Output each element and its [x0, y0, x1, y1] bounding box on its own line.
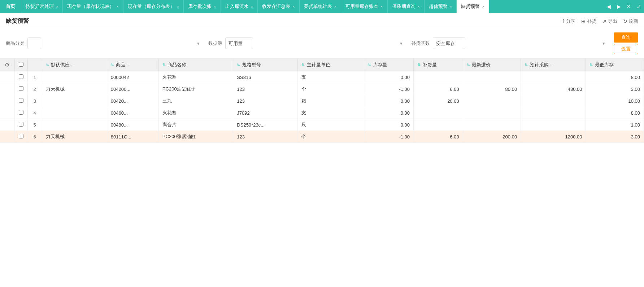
tab-close-all-button[interactable]: ✕ — [624, 0, 634, 13]
cell-checkbox-0 — [14, 71, 27, 83]
cell-settings-0 — [0, 71, 14, 83]
category-filter-group: 商品分类 — [6, 37, 203, 49]
close-tab-available-ledger[interactable]: × — [380, 4, 383, 9]
close-tab-collect-summary[interactable]: × — [292, 4, 295, 9]
replenish-filter-label: 补货基数 — [411, 40, 430, 47]
tab-overstock[interactable]: 超储预警 × — [425, 0, 457, 13]
sort-icon-supplier: ⇅ — [46, 63, 49, 67]
tab-inventory-dist[interactable]: 现存量（库存分布表） × — [123, 0, 184, 13]
th-product-name[interactable]: ⇅ 商品名称 — [158, 59, 233, 71]
cell-checkbox-3 — [14, 107, 27, 119]
row-checkbox-1[interactable] — [19, 86, 23, 91]
datasource-filter-label: 数据源 — [208, 40, 222, 47]
cell-stock-1: -1.00 — [364, 83, 414, 95]
tab-prev-button[interactable]: ◀ — [604, 0, 614, 13]
row-checkbox-0[interactable] — [19, 74, 23, 79]
cell-settings-1 — [0, 83, 14, 95]
sort-icon-code: ⇅ — [111, 63, 114, 67]
row-checkbox-4[interactable] — [19, 122, 23, 127]
replenish-select[interactable]: 安全库存 — [433, 37, 465, 49]
table-body: 1 0000042 火花塞 SS816 支 0.00 8.00 2 力天机械 0… — [0, 71, 644, 143]
sort-icon-price: ⇅ — [467, 63, 470, 67]
th-product-code[interactable]: ⇅ 商品... — [107, 59, 158, 71]
tab-expiry-query[interactable]: 保质期查询 × — [388, 0, 425, 13]
th-settings[interactable]: ⚙ — [0, 59, 14, 71]
row-checkbox-2[interactable] — [19, 98, 23, 103]
tab-shortage[interactable]: 缺货预警 × — [457, 0, 489, 13]
close-tab-expiry-query[interactable]: × — [418, 4, 420, 9]
th-min-stock[interactable]: ⇅ 最低库存 — [586, 59, 644, 71]
cell-settings-2 — [0, 95, 14, 107]
cell-spec-0: SS816 — [233, 71, 298, 83]
share-action[interactable]: ⤴ 分享 — [562, 18, 575, 25]
cell-name-0: 火花塞 — [158, 71, 233, 83]
cell-name-4: 离合片 — [158, 119, 233, 131]
export-action[interactable]: ↗ 导出 — [602, 18, 617, 25]
close-tab-inventory-status[interactable]: × — [116, 4, 118, 9]
tab-collect-summary[interactable]: 收发存汇总表 × — [258, 0, 299, 13]
cell-rownum-1: 2 — [27, 83, 42, 95]
th-unit[interactable]: ⇅ 主计量单位 — [298, 59, 364, 71]
category-select-wrapper — [27, 37, 203, 49]
close-tab-abnormal[interactable]: × — [56, 4, 58, 9]
cell-stock-4: 0.00 — [364, 119, 414, 131]
tab-next-button[interactable]: ▶ — [614, 0, 624, 13]
tab-order-stats[interactable]: 要货单统计表 × — [300, 0, 341, 13]
cell-price-1: 80.00 — [463, 83, 521, 95]
th-estimated-purchase[interactable]: ⇅ 预计采购... — [521, 59, 586, 71]
row-checkbox-3[interactable] — [19, 110, 23, 115]
data-table: ⚙ ⇅ 默认供应... ⇅ 商品... ⇅ — [0, 59, 644, 143]
sort-icon-name: ⇅ — [162, 63, 166, 67]
refresh-action[interactable]: ↻ 刷新 — [623, 18, 638, 25]
tab-inventory-status[interactable]: 现存量（库存状况表） × — [63, 0, 123, 13]
table-header-row: ⚙ ⇅ 默认供应... ⇅ 商品... ⇅ — [0, 59, 644, 71]
cell-price-0 — [463, 71, 521, 83]
cell-code-2: 00420... — [107, 95, 158, 107]
cell-unit-2: 箱 — [298, 95, 364, 107]
th-spec[interactable]: ⇅ 规格型号 — [233, 59, 298, 71]
cell-estimated-5: 1200.00 — [521, 131, 586, 143]
export-icon: ↗ — [602, 18, 606, 24]
tab-inout-flow[interactable]: 出入库流水 × — [221, 0, 258, 13]
th-replenish-qty[interactable]: ⇅ 补货量 — [414, 59, 463, 71]
row-checkbox-5[interactable] — [19, 134, 23, 138]
cell-unit-1: 个 — [298, 83, 364, 95]
close-tab-inventory-dist[interactable]: × — [177, 4, 179, 9]
settings-button[interactable]: 设置 — [614, 44, 638, 54]
cell-stock-2: 0.00 — [364, 95, 414, 107]
cell-replenish-1: 6.00 — [414, 83, 463, 95]
datasource-select[interactable]: 可用量 — [225, 37, 253, 49]
cell-spec-2: 123 — [233, 95, 298, 107]
category-select[interactable] — [27, 37, 41, 49]
filter-area: 商品分类 数据源 可用量 补货基数 安全库存 查询 — [0, 28, 644, 59]
tab-batch-ledger[interactable]: 库存批次账 × — [184, 0, 221, 13]
settings-icon[interactable]: ⚙ — [5, 62, 9, 68]
cell-code-4: 00480... — [107, 119, 158, 131]
cell-price-3 — [463, 107, 521, 119]
query-button[interactable]: 查询 — [614, 32, 638, 43]
th-stock-qty[interactable]: ⇅ 库存量 — [364, 59, 414, 71]
close-tab-shortage[interactable]: × — [482, 4, 484, 9]
tab-abnormal[interactable]: 拣货异常处理 × — [21, 0, 63, 13]
close-tab-inout-flow[interactable]: × — [251, 4, 253, 9]
cell-rownum-3: 4 — [27, 107, 42, 119]
close-tab-batch-ledger[interactable]: × — [214, 4, 216, 9]
replenish-action[interactable]: ⊞ 补货 — [581, 18, 596, 25]
tab-available-ledger[interactable]: 可用量库存账本 × — [341, 0, 387, 13]
tab-expand-button[interactable]: ⤢ — [634, 0, 644, 13]
sort-icon-estimated: ⇅ — [525, 63, 528, 67]
close-tab-overstock[interactable]: × — [450, 4, 452, 9]
cell-rownum-5: 6 — [27, 131, 42, 143]
tab-home[interactable]: 首页 — [0, 0, 21, 13]
cell-supplier-2 — [42, 95, 107, 107]
table-row: 5 00480... 离合片 DS250*23c... 只 0.00 1.00 — [0, 119, 644, 131]
close-tab-order-stats[interactable]: × — [334, 4, 336, 9]
table-row: 4 00460... 火花塞 J7092 支 0.00 8.00 — [0, 107, 644, 119]
cell-rownum-4: 5 — [27, 119, 42, 131]
cell-supplier-4 — [42, 119, 107, 131]
th-default-supplier[interactable]: ⇅ 默认供应... — [42, 59, 107, 71]
th-latest-price[interactable]: ⇅ 最新进价 — [463, 59, 521, 71]
cell-code-5: 80111O... — [107, 131, 158, 143]
cell-code-1: 004200... — [107, 83, 158, 95]
select-all-checkbox[interactable] — [19, 62, 23, 67]
